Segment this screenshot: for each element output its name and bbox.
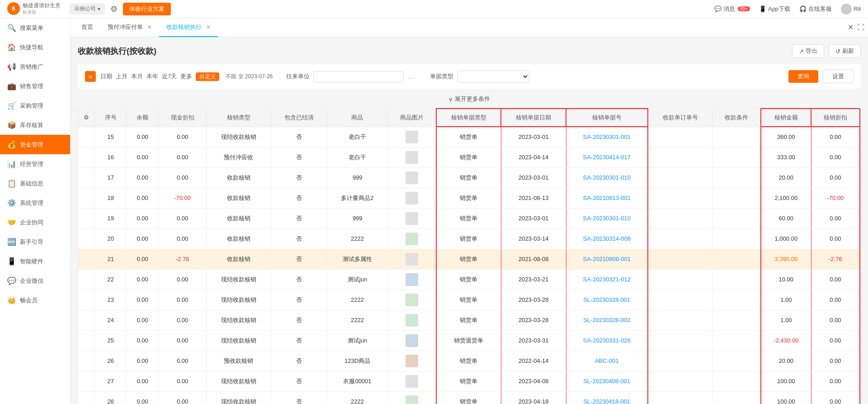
- cell-product: 老白干: [327, 147, 387, 167]
- cell-gear: [78, 290, 95, 310]
- bill-no-link[interactable]: SA-20210808-001: [583, 256, 631, 262]
- cell-gear: [78, 269, 95, 290]
- bill-no-link[interactable]: SA-20230301-010: [583, 174, 631, 181]
- bill-no-link[interactable]: SA-20230414-017: [583, 154, 631, 161]
- product-image: [406, 253, 418, 266]
- settings-gear-icon[interactable]: ⚙: [110, 4, 118, 14]
- app-download-btn[interactable]: 📱 App下载: [759, 5, 790, 13]
- cell-offset-bill-no: SA-20230301-010: [566, 208, 648, 228]
- product-image: [406, 151, 418, 164]
- receipt-type-select[interactable]: [457, 71, 529, 83]
- cell-cash-discount: 0.00: [158, 147, 206, 167]
- more-link[interactable]: 更多: [180, 72, 192, 81]
- cell-offset-bill-date: 2023-03-01: [501, 208, 566, 228]
- col-cash-discount: 现金折扣: [158, 109, 206, 127]
- industry-btn[interactable]: 休验行业方案: [123, 3, 171, 15]
- sidebar-item-sales[interactable]: 💼 销售管理: [0, 76, 70, 96]
- tab-home[interactable]: 首页: [74, 18, 100, 37]
- bill-no-link[interactable]: SL-20230328-001: [583, 296, 630, 303]
- sidebar-item-basic-info[interactable]: 📋 基础信息: [0, 174, 70, 193]
- product-image: [406, 355, 418, 367]
- this-month-link[interactable]: 本月: [131, 72, 143, 81]
- cell-product: 999: [327, 167, 387, 188]
- message-btn[interactable]: 💬 消息 99+: [714, 5, 750, 13]
- table-row: 20 0.00 0.00 收款核销 否 2222 销货单 2023-03-14 …: [78, 228, 860, 249]
- cell-gear: [78, 391, 95, 404]
- export-btn[interactable]: ↗ 导出: [792, 44, 824, 58]
- close-receipt-tab-icon[interactable]: ✕: [206, 24, 211, 30]
- username: Rit: [854, 5, 861, 12]
- last-month-link[interactable]: 上月: [116, 72, 127, 81]
- sidebar-item-finance[interactable]: 💰 资金管理: [0, 135, 70, 154]
- company-selector[interactable]: 示例公司 ▾: [70, 3, 105, 14]
- bill-no-link[interactable]: SA-20210813-001: [583, 195, 631, 201]
- sidebar-item-marketing[interactable]: 📢 营销推广: [0, 57, 70, 76]
- smart-hw-icon: 📱: [7, 257, 16, 266]
- close-prepay-tab-icon[interactable]: ✕: [147, 24, 152, 30]
- sidebar-item-search-menu[interactable]: 🔍 搜索菜单: [0, 18, 70, 38]
- bill-no-link[interactable]: SA-20230314-008: [583, 235, 631, 242]
- bill-no-link[interactable]: SL-20230418-001: [583, 398, 630, 404]
- col-gear[interactable]: ⚙: [78, 109, 95, 127]
- product-image: [406, 294, 418, 306]
- sales-icon: 💼: [7, 82, 16, 90]
- cell-seq: 28: [95, 391, 127, 404]
- bill-no-link[interactable]: SL-20230328-002: [583, 317, 630, 323]
- custom-btn[interactable]: 自定义: [196, 72, 219, 81]
- collab-icon: 🤝: [7, 218, 16, 227]
- page-header: 收款核销执行(按收款) ↗ 导出 ↺ 刷新: [78, 44, 861, 58]
- this-year-link[interactable]: 本年: [146, 72, 158, 81]
- col-receipt-terms: 收款条件: [712, 109, 761, 127]
- tab-bar: 首页 预付冲应付单 ✕ 收款核销执行 ✕ ✕ ⛶: [71, 18, 868, 37]
- sidebar-item-vip[interactable]: 👑 畅会员: [0, 290, 70, 310]
- sidebar-item-operations[interactable]: 📊 经营管理: [0, 154, 70, 174]
- cell-offset-amount: 3,390.00: [761, 249, 811, 269]
- cell-balance: 0.00: [127, 310, 158, 330]
- query-btn[interactable]: 查询: [788, 70, 818, 83]
- sidebar-label: 企业微信: [20, 277, 43, 285]
- refresh-btn[interactable]: ↺ 刷新: [829, 44, 861, 58]
- expand-more-btn[interactable]: ∨ 展开更多条件: [447, 93, 492, 105]
- cell-offset-bill-type: 销货单: [436, 167, 501, 188]
- sidebar-item-system[interactable]: ⚙️ 系统管理: [0, 193, 70, 213]
- cell-product-img: [388, 188, 436, 208]
- sidebar-item-smart-hw[interactable]: 📱 智能硬件: [0, 252, 70, 271]
- table-row: 24 0.00 0.00 现结收款核销 否 2222 销货单 2023-03-2…: [78, 310, 860, 330]
- filter-expand-btn[interactable]: »: [85, 71, 96, 82]
- bill-no-link[interactable]: SA-20230301-001: [583, 133, 631, 140]
- from-unit-input[interactable]: [313, 71, 404, 82]
- cell-include-settled: 否: [271, 330, 327, 351]
- cell-offset-bill-date: 2023-03-01: [501, 167, 566, 188]
- cell-cash-discount: 0.00: [158, 167, 206, 188]
- product-image: [406, 212, 418, 225]
- bill-no-link[interactable]: SL-20230408-001: [583, 378, 630, 385]
- cell-balance: 0.00: [127, 167, 158, 188]
- tab-receipt-offset[interactable]: 收款核销执行 ✕: [159, 18, 218, 37]
- sidebar-item-purchase[interactable]: 🛒 采购管理: [0, 96, 70, 115]
- tab-prepay-offset[interactable]: 预付冲应付单 ✕: [100, 18, 159, 37]
- cell-offset-bill-type: 销货单: [436, 391, 501, 404]
- col-receipt-order-no: 收款单订单号: [648, 109, 712, 127]
- cell-offset-discount: 0.00: [811, 351, 860, 371]
- sidebar-item-collab[interactable]: 🤝 企业协同: [0, 213, 70, 232]
- product-image: [406, 273, 418, 286]
- close-tab-btn[interactable]: ✕: [848, 23, 854, 32]
- filter-settings-btn[interactable]: 设置: [823, 70, 854, 83]
- finance-icon: 💰: [7, 140, 16, 149]
- cell-balance: 0.00: [127, 351, 158, 371]
- sidebar-item-quick-nav[interactable]: 🏠 快捷导航: [0, 38, 70, 57]
- bill-no-link[interactable]: SA-20230331-026: [583, 337, 631, 344]
- bill-no-link[interactable]: SA-20230301-010: [583, 215, 631, 222]
- search-icon: 🔍: [7, 24, 16, 32]
- sidebar-item-wechat[interactable]: 💬 企业微信: [0, 271, 70, 290]
- user-info[interactable]: Rit: [841, 4, 861, 14]
- sidebar-item-inventory[interactable]: 📦 库存核算: [0, 115, 70, 135]
- cell-receipt-terms: [712, 228, 761, 249]
- sidebar-item-guide[interactable]: 🆕 新手引导: [0, 232, 70, 252]
- bill-no-link[interactable]: SA-20230321-012: [583, 276, 631, 283]
- cell-receipt-order-no: [648, 290, 712, 310]
- last7-link[interactable]: 近7天: [162, 72, 177, 81]
- online-service-btn[interactable]: 🎧 在线客服: [799, 5, 832, 13]
- maximize-tab-btn[interactable]: ⛶: [857, 23, 864, 32]
- bill-no-link[interactable]: ABC-001: [595, 357, 619, 364]
